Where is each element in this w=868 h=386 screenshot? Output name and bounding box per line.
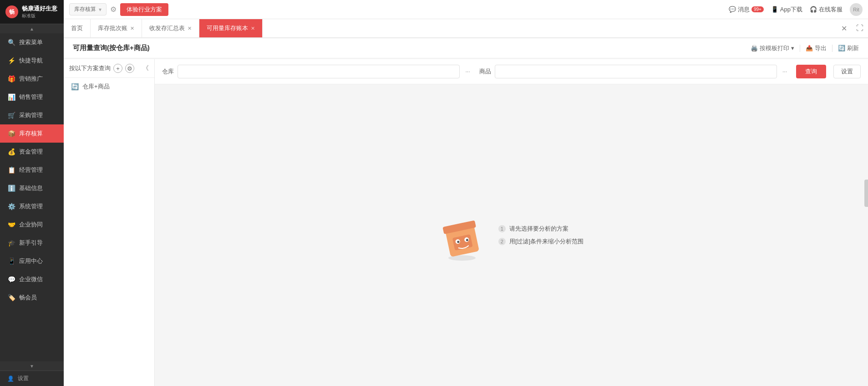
sidebar-item-basic[interactable]: ℹ️ 基础信息 — [0, 179, 64, 197]
wechat-icon: 💬 — [7, 276, 15, 283]
purchase-label: 采购管理 — [19, 111, 43, 119]
industry-solution-button[interactable]: 体验行业方案 — [120, 3, 168, 16]
scheme-settings-button[interactable]: ⚙ — [125, 64, 134, 73]
sidebar-item-enterprise[interactable]: 🤝 企业协同 — [0, 216, 64, 234]
tabbar-actions: ✕ ⛶ — [837, 19, 868, 38]
sidebar-header: 畅 畅康通好生意 标准版 — [0, 0, 64, 24]
refresh-button[interactable]: 🔄 刷新 — [838, 44, 859, 52]
product-filter-group: 商品 ··· — [479, 65, 789, 78]
topbar: 库存核算 ▾ ⚙ 体验行业方案 💬 消息 99+ 📱 App下载 🎧 在线客服 … — [64, 0, 868, 19]
sidebar-logo: 畅 — [5, 5, 18, 18]
operation-label: 经营管理 — [19, 166, 43, 174]
sidebar-nav: 🔍 搜索菜单 ⚡ 快捷导航 🎁 营销推广 📊 销售管理 🛒 采购管理 📦 库存核… — [0, 33, 64, 361]
sidebar-item-appstore[interactable]: 📱 应用中心 — [0, 252, 64, 270]
sidebar-scroll-up[interactable]: ▲ — [0, 24, 64, 33]
tab-close-all-button[interactable]: ✕ — [837, 19, 852, 38]
sidebar-item-inventory[interactable]: 📦 库存核算 — [0, 124, 64, 143]
user-icon: 👤 — [7, 376, 14, 382]
service-label: 在线客服 — [819, 5, 843, 14]
sidebar-item-search[interactable]: 🔍 搜索菜单 — [0, 33, 64, 51]
page-header: 可用量查询(按仓库+商品) 🖨️ 按模板打印 ▾ 📤 导出 🔄 刷新 — [64, 38, 868, 58]
tab-summary[interactable]: 收发存汇总表 ✕ — [142, 19, 199, 37]
basic-icon: ℹ️ — [7, 185, 15, 192]
message-button[interactable]: 💬 消息 99+ — [729, 5, 764, 14]
topbar-right: 💬 消息 99+ 📱 App下载 🎧 在线客服 Rit — [729, 3, 863, 16]
system-label: 系统管理 — [19, 202, 43, 211]
inventory-label: 库存核算 — [19, 129, 43, 138]
message-badge: 99+ — [751, 6, 764, 12]
divider — [800, 45, 800, 52]
sidebar-item-purchase[interactable]: 🛒 采购管理 — [0, 106, 64, 124]
appstore-icon: 📱 — [7, 257, 15, 265]
tab-available[interactable]: 可用量库存账本 ✕ — [199, 19, 263, 37]
hint-text-1: 请先选择要分析的方案 — [509, 225, 569, 233]
collapse-panel-button[interactable]: 《 — [142, 64, 149, 72]
sidebar-item-marketing[interactable]: 🎁 营销推广 — [0, 70, 64, 88]
sidebar-title: 畅康通好生意 标准版 — [22, 5, 57, 19]
resize-handle[interactable] — [864, 180, 868, 207]
print-button[interactable]: 🖨️ 按模板打印 ▾ — [751, 44, 794, 52]
operation-icon: 📋 — [7, 166, 15, 174]
warehouse-input[interactable] — [178, 65, 460, 78]
warehouse-more-button[interactable]: ··· — [463, 68, 472, 75]
sidebar-footer[interactable]: 👤 设置 — [0, 371, 64, 386]
settings-gear-icon[interactable]: ⚙ — [110, 5, 117, 14]
sidebar-scroll-down[interactable]: ▼ — [0, 361, 64, 371]
hint-item-2: 2 用[过滤]条件来缩小分析范围 — [498, 237, 584, 246]
enterprise-label: 企业协同 — [19, 221, 43, 229]
message-icon: 💬 — [729, 6, 736, 13]
shortcut-icon: ⚡ — [7, 57, 15, 64]
sidebar-item-operation[interactable]: 📋 经营管理 — [0, 161, 64, 179]
product-more-button[interactable]: ··· — [781, 68, 789, 75]
product-label: 商品 — [479, 67, 491, 76]
avatar[interactable]: Rit — [850, 3, 863, 16]
user-name: Rit — [853, 7, 859, 12]
filter-panel: 按以下方案查询 + ⚙ 《 🔄 仓库+商品 — [64, 59, 155, 386]
gear-icon: ⚙ — [127, 65, 132, 72]
add-scheme-button[interactable]: + — [113, 64, 122, 73]
sidebar-item-member[interactable]: 🏷️ 畅会员 — [0, 288, 64, 307]
sidebar-item-finance[interactable]: 💰 资金管理 — [0, 143, 64, 161]
sidebar-item-system[interactable]: ⚙️ 系统管理 — [0, 197, 64, 216]
page-title: 可用量查询(按仓库+商品) — [73, 44, 150, 52]
headset-icon: 🎧 — [810, 6, 817, 13]
refresh-icon: 🔄 — [838, 45, 845, 51]
breadcrumb-chevron-icon: ▾ — [99, 6, 102, 13]
collapse-icon: 《 — [142, 64, 149, 72]
company-name: 畅康通好生意 — [22, 5, 57, 13]
app-icon: 📱 — [771, 6, 778, 13]
tab-summary-close-icon[interactable]: ✕ — [188, 26, 192, 31]
app-download-button[interactable]: 📱 App下载 — [771, 5, 802, 14]
export-icon: 📤 — [806, 45, 813, 51]
tab-maximize-button[interactable]: ⛶ — [852, 19, 868, 38]
tab-home[interactable]: 首页 — [64, 19, 91, 37]
export-button[interactable]: 📤 导出 — [806, 44, 827, 52]
product-input[interactable] — [495, 65, 777, 78]
hint-num-1: 1 — [498, 225, 506, 232]
member-icon: 🏷️ — [7, 294, 15, 301]
scheme-item-warehouse-product[interactable]: 🔄 仓库+商品 — [64, 78, 154, 95]
hint-text-2: 用[过滤]条件来缩小分析范围 — [509, 237, 584, 246]
breadcrumb[interactable]: 库存核算 ▾ — [69, 3, 107, 15]
column-settings-button[interactable]: 设置 — [833, 65, 861, 78]
sidebar-item-wechat[interactable]: 💬 企业微信 — [0, 270, 64, 288]
edition-badge: 标准版 — [22, 13, 57, 19]
online-service-button[interactable]: 🎧 在线客服 — [810, 5, 843, 14]
tab-batch-close-icon[interactable]: ✕ — [130, 26, 134, 31]
sales-icon: 📊 — [7, 93, 15, 101]
sidebar: 畅 畅康通好生意 标准版 ▲ 🔍 搜索菜单 ⚡ 快捷导航 🎁 营销推广 📊 销售… — [0, 0, 64, 386]
scheme-icon: 🔄 — [71, 83, 79, 90]
page-actions: 🖨️ 按模板打印 ▾ 📤 导出 🔄 刷新 — [751, 44, 859, 52]
empty-svg — [439, 212, 485, 262]
tab-available-close-icon[interactable]: ✕ — [251, 26, 255, 31]
query-button[interactable]: 查询 — [796, 65, 826, 78]
marketing-icon: 🎁 — [7, 75, 15, 82]
query-filters: 仓库 ··· 商品 ··· 查询 设置 — [155, 59, 868, 84]
sidebar-item-newbie[interactable]: 🎓 新手引导 — [0, 234, 64, 252]
sidebar-item-shortcut[interactable]: ⚡ 快捷导航 — [0, 51, 64, 70]
print-icon: 🖨️ — [751, 45, 758, 51]
sales-label: 销售管理 — [19, 93, 43, 101]
sidebar-item-sales[interactable]: 📊 销售管理 — [0, 88, 64, 106]
tab-batch[interactable]: 库存批次账 ✕ — [91, 19, 142, 37]
query-area: 仓库 ··· 商品 ··· 查询 设置 — [155, 59, 868, 386]
